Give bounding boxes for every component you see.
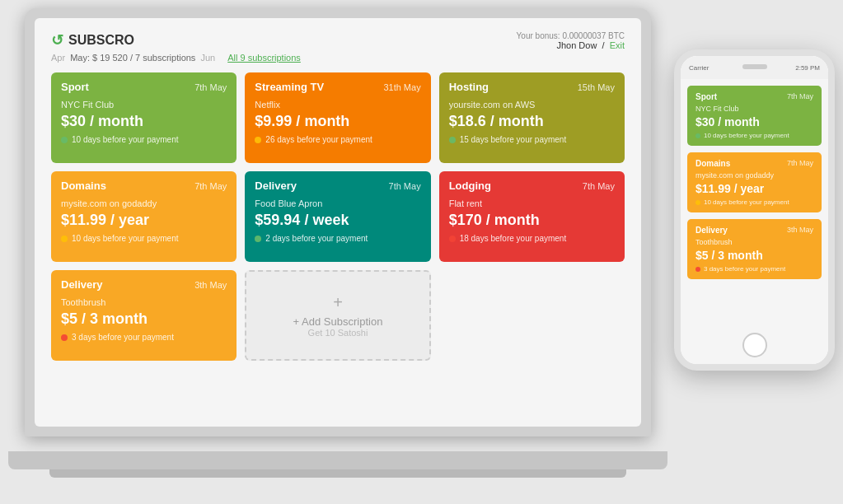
nav-links: Apr May: $ 19 520 / 7 subscriptions Jun … bbox=[51, 53, 301, 63]
card-header: Hosting 15th May bbox=[449, 81, 615, 93]
subscription-card-3[interactable]: Domains 7th May mysite.com on godaddy $1… bbox=[51, 171, 237, 262]
phone-status-text: 10 days before your payment bbox=[704, 198, 789, 206]
card-status: 10 days before your payment bbox=[61, 135, 227, 144]
app-header: ↺ SUBSCRO Apr May: $ 19 520 / 7 subscrip… bbox=[51, 31, 625, 63]
add-label: + Add Subscription bbox=[293, 315, 383, 328]
status-text: 10 days before your payment bbox=[72, 234, 179, 243]
nav-all[interactable]: All 9 subscriptions bbox=[227, 53, 301, 63]
status-dot bbox=[61, 236, 68, 242]
card-title: Hosting bbox=[449, 81, 489, 93]
card-header: Delivery 7th May bbox=[255, 180, 420, 192]
card-date: 7th May bbox=[194, 82, 227, 92]
exit-link[interactable]: Exit bbox=[610, 40, 625, 50]
phone-status-text: 10 days before your payment bbox=[704, 132, 789, 139]
card-status: 2 days before your payment bbox=[255, 234, 420, 243]
phone-card-status: 3 days before your payment bbox=[695, 265, 813, 273]
card-date: 7th May bbox=[389, 181, 421, 191]
phone-camera bbox=[742, 64, 767, 69]
card-subtitle: Flat rent bbox=[449, 198, 615, 208]
card-title: Lodging bbox=[449, 180, 491, 192]
card-price: $5 / 3 month bbox=[61, 310, 227, 328]
card-subtitle: Netflix bbox=[255, 100, 420, 110]
laptop: ↺ SUBSCRO Apr May: $ 19 520 / 7 subscrip… bbox=[25, 8, 651, 486]
nav-next[interactable]: Jun bbox=[200, 53, 215, 63]
logo-icon: ↺ bbox=[51, 31, 63, 49]
card-title: Delivery bbox=[255, 180, 297, 192]
subscription-card-0[interactable]: Sport 7th May NYC Fit Club $30 / month 1… bbox=[51, 72, 237, 163]
card-price: $11.99 / year bbox=[61, 212, 227, 229]
username: Jhon Dow bbox=[556, 40, 597, 50]
status-dot bbox=[61, 137, 68, 143]
card-status: 10 days before your payment bbox=[61, 234, 227, 243]
phone-card-0[interactable]: Sport 7th May NYC Fit Club $30 / month 1… bbox=[687, 86, 822, 146]
phone-card-header: Sport 7th May bbox=[695, 92, 813, 101]
card-subtitle: NYC Fit Club bbox=[61, 100, 227, 110]
phone-content: Sport 7th May NYC Fit Club $30 / month 1… bbox=[681, 79, 828, 364]
add-icon: + bbox=[333, 293, 343, 312]
card-title: Streaming TV bbox=[255, 81, 324, 93]
card-subtitle: Toothbrush bbox=[61, 297, 227, 307]
card-subtitle: mysite.com on godaddy bbox=[61, 198, 227, 208]
card-price: $30 / month bbox=[61, 113, 227, 130]
add-subscription-card[interactable]: + + Add Subscription Get 10 Satoshi bbox=[245, 270, 430, 361]
subscription-card-1[interactable]: Streaming TV 31th May Netflix $9.99 / mo… bbox=[245, 72, 430, 163]
app-content: ↺ SUBSCRO Apr May: $ 19 520 / 7 subscrip… bbox=[35, 18, 641, 427]
status-text: 3 days before your payment bbox=[72, 333, 174, 342]
phone-card-title: Domains bbox=[695, 159, 730, 168]
subscription-card-4[interactable]: Delivery 7th May Food Blue Apron $59.94 … bbox=[245, 171, 430, 262]
status-dot bbox=[255, 236, 261, 242]
user-info: Jhon Dow / Exit bbox=[517, 40, 625, 50]
phone-card-status: 10 days before your payment bbox=[695, 198, 813, 206]
status-text: 26 days before your payment bbox=[265, 135, 372, 144]
card-title: Domains bbox=[61, 180, 106, 192]
phone-status-text: 3 days before your payment bbox=[704, 265, 785, 273]
status-text: 15 days before your payment bbox=[460, 135, 567, 144]
nav-prev[interactable]: Apr bbox=[51, 53, 65, 63]
subscription-card-5[interactable]: Lodging 7th May Flat rent $170 / month 1… bbox=[439, 171, 625, 262]
add-sublabel: Get 10 Satoshi bbox=[308, 328, 368, 338]
phone-home-button[interactable] bbox=[742, 333, 767, 357]
phone-card-1[interactable]: Domains 7th May mysite.com on godaddy $1… bbox=[687, 152, 822, 212]
status-dot bbox=[255, 137, 261, 143]
phone-card-header: Delivery 3th May bbox=[695, 226, 813, 235]
card-header: Delivery 3th May bbox=[61, 278, 227, 291]
subscription-card-6[interactable]: Delivery 3th May Toothbrush $5 / 3 month… bbox=[51, 270, 237, 361]
laptop-screen: ↺ SUBSCRO Apr May: $ 19 520 / 7 subscrip… bbox=[35, 18, 641, 427]
card-date: 7th May bbox=[583, 181, 615, 191]
card-date: 7th May bbox=[194, 181, 227, 191]
phone-card-price: $30 / month bbox=[695, 115, 813, 128]
phone-card-2[interactable]: Delivery 3th May Toothbrush $5 / 3 month… bbox=[687, 219, 822, 279]
card-price: $59.94 / week bbox=[255, 212, 420, 229]
card-header: Lodging 7th May bbox=[449, 180, 615, 192]
card-status: 26 days before your payment bbox=[255, 135, 420, 144]
phone-card-status: 10 days before your payment bbox=[695, 132, 813, 139]
header-right: Your bonus: 0.00000037 BTC Jhon Dow / Ex… bbox=[517, 31, 625, 50]
nav-current: May: $ 19 520 / 7 subscriptions bbox=[70, 53, 195, 63]
phone-card-title: Sport bbox=[695, 92, 717, 101]
subscription-grid: Sport 7th May NYC Fit Club $30 / month 1… bbox=[51, 72, 625, 361]
phone-card-subtitle: NYC Fit Club bbox=[695, 105, 813, 113]
card-status: 3 days before your payment bbox=[61, 333, 227, 342]
phone-card-subtitle: Toothbrush bbox=[695, 238, 813, 246]
logo: ↺ SUBSCRO bbox=[51, 31, 301, 49]
phone-card-subtitle: mysite.com on godaddy bbox=[695, 171, 813, 180]
phone-card-date: 7th May bbox=[787, 92, 813, 101]
card-price: $170 / month bbox=[449, 212, 615, 229]
phone-time: 2:59 PM bbox=[795, 64, 820, 72]
card-subtitle: yoursite.com on AWS bbox=[449, 100, 615, 110]
logo-area: ↺ SUBSCRO Apr May: $ 19 520 / 7 subscrip… bbox=[51, 31, 301, 63]
phone-status-dot bbox=[695, 267, 700, 272]
card-title: Sport bbox=[61, 81, 89, 93]
status-dot bbox=[449, 236, 456, 242]
phone-card-title: Delivery bbox=[695, 226, 728, 235]
status-text: 18 days before your payment bbox=[460, 234, 567, 243]
phone-status-dot bbox=[695, 133, 700, 138]
carrier-text: Carrier bbox=[689, 64, 709, 72]
phone-card-header: Domains 7th May bbox=[695, 159, 813, 168]
status-text: 10 days before your payment bbox=[72, 135, 179, 144]
card-header: Domains 7th May bbox=[61, 180, 227, 192]
status-dot bbox=[449, 137, 456, 143]
subscription-card-2[interactable]: Hosting 15th May yoursite.com on AWS $18… bbox=[439, 72, 625, 163]
laptop-body: ↺ SUBSCRO Apr May: $ 19 520 / 7 subscrip… bbox=[25, 8, 651, 436]
phone-notch: Carrier 2:59 PM bbox=[681, 56, 828, 79]
